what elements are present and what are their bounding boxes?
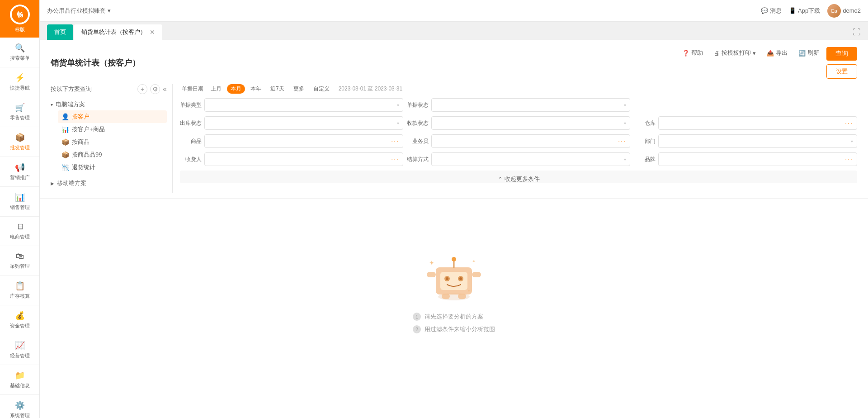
date-tab-custom[interactable]: 自定义 [310,84,333,94]
sidebar-item-basic[interactable]: 📁 基础信息 [0,365,39,395]
date-tab-more[interactable]: 更多 [290,84,308,94]
sidebar-item-label: 零售管理 [10,114,30,121]
warehouse-input[interactable]: ··· [658,116,857,130]
salesperson-label: 业务员 [407,138,429,145]
chevron-down-icon4: ▾ [624,121,626,126]
tabbar: 首页 销货单统计表（按客户） ✕ ⛶ [40,22,868,40]
page-title: 销货单统计表（按客户） [51,57,140,68]
chevron-down-icon6: ▾ [624,157,626,162]
export-btn[interactable]: 📤 导出 [763,47,791,59]
operations-icon: 📈 [15,341,25,351]
message-btn[interactable]: 💬 消息 [761,7,782,15]
group-mobile-label: 移动端方案 [57,179,86,187]
sidebar-item-inventory[interactable]: 📋 库存核算 [0,276,39,305]
goods-input[interactable]: ··· [204,134,403,148]
sidebar-item-label: 经营管理 [10,352,30,359]
filter-section: 按以下方案查询 + ⚙ « ▾ 电脑端方案 [40,79,868,199]
sales-icon: 📊 [15,192,25,202]
topbar-dropdown[interactable]: 办公用品行业模拟账套 ▾ [47,7,111,15]
logo-icon: 畅 [10,5,30,24]
content: 销货单统计表（按客户） ❓ 帮助 🖨 按模板打印 ▾ 📤 导出 🔄 刷新 [40,40,868,418]
scheme-items-desktop: 👤 按客户 📊 按客户+商品 📦 按商品 [51,110,167,174]
help-btn[interactable]: ❓ 帮助 [679,47,707,59]
scheme-item-label: 按客户+商品 [72,125,105,133]
out-status-input[interactable]: ▾ [204,116,403,130]
refresh-btn[interactable]: 🔄 刷新 [795,47,823,59]
expand-icon[interactable]: ⛶ [853,28,861,40]
sidebar-item-label: 营销推广 [10,174,30,181]
scheme-title: 按以下方案查询 [51,85,92,93]
goods-label: 商品 [180,138,202,145]
download-icon: 📱 [789,7,796,14]
avatar-text: Ea [831,8,837,14]
sidebar-item-purchase[interactable]: 🛍 采购管理 [0,246,39,276]
app-download-btn[interactable]: 📱 App下载 [789,7,820,15]
sidebar-item-finance[interactable]: 💰 资金管理 [0,305,39,335]
sidebar-item-wholesale[interactable]: 📦 批发管理 [0,127,39,157]
logo-area[interactable]: 畅 标版 [0,0,39,38]
date-tab-last-month[interactable]: 上月 [207,84,225,94]
sidebar-item-marketing[interactable]: 📢 营销推广 [0,157,39,187]
scheme-panel: 按以下方案查询 + ⚙ « ▾ 电脑端方案 [51,84,173,193]
scheme-item-by-customer[interactable]: 👤 按客户 [58,110,167,123]
payment-status-input[interactable]: ▾ [431,116,630,130]
print-label: 按模板打印 [722,49,751,57]
sidebar-item-retail[interactable]: 🛒 零售管理 [0,97,39,127]
print-icon: 🖨 [714,50,720,57]
sidebar-item-quick-nav[interactable]: ⚡ 快捷导航 [0,67,39,97]
settings-scheme-btn[interactable]: ⚙ [150,84,160,94]
tab-sales-report[interactable]: 销货单统计表（按客户） ✕ [74,24,162,40]
svg-rect-14 [458,294,466,299]
settings-button[interactable]: 设置 [826,64,857,79]
export-icon: 📤 [767,50,774,57]
goods-99-icon: 📦 [61,151,69,158]
field-salesperson: 业务员 ··· [407,134,630,148]
help-label: 帮助 [691,49,703,57]
svg-point-8 [459,277,462,280]
scheme-group-desktop-title[interactable]: ▾ 电脑端方案 [51,99,167,110]
scheme-group-mobile-title[interactable]: ▶ 移动端方案 [51,177,167,189]
scheme-item-by-goods-99[interactable]: 📦 按商品品99 [58,148,167,161]
finance-icon: 💰 [15,311,25,321]
print-btn[interactable]: 🖨 按模板打印 ▾ [710,47,760,59]
query-button[interactable]: 查询 [826,47,857,61]
recipient-input[interactable]: ··· [204,152,403,166]
date-tab-this-month[interactable]: 本月 [227,84,245,94]
department-input[interactable]: ▾ [658,134,857,148]
sidebar-item-ecommerce[interactable]: 🖥 电商管理 [0,217,39,246]
salesperson-input[interactable]: ··· [431,134,630,148]
empty-state: ✦ ✦ ✦ 1 请先选择要分析的方案 2 用过滤条件来缩小分析范围 [413,245,495,333]
close-icon[interactable]: ✕ [150,29,155,35]
scheme-item-return-stats[interactable]: 📉 退货统计 [58,161,167,174]
marketing-icon: 📢 [15,162,25,172]
user-area[interactable]: Ea demo2 [827,4,861,18]
doc-type-input[interactable]: ▾ [204,98,403,112]
sidebar-item-operations[interactable]: 📈 经营管理 [0,335,39,365]
salesperson-more-icon: ··· [618,138,626,145]
svg-text:✦: ✦ [429,259,434,266]
scheme-item-by-goods[interactable]: 📦 按商品 [58,136,167,148]
page-header: 销货单统计表（按客户） ❓ 帮助 🖨 按模板打印 ▾ 📤 导出 🔄 刷新 [40,40,868,79]
collapse-bar[interactable]: ⌃ 收起更多条件 [180,171,857,183]
chevron-down-icon3: ▾ [397,121,399,126]
main-area: 办公用品行业模拟账套 ▾ 💬 消息 📱 App下载 Ea demo2 首页 [40,0,868,418]
brand-more-icon: ··· [845,156,853,163]
payment-method-input[interactable]: ▾ [431,152,630,166]
chevron-down-icon5: ▾ [851,139,853,144]
ecommerce-icon: 🖥 [16,222,24,232]
chevron-down-icon: ▾ [397,103,399,108]
maximize-icon[interactable]: ⛶ [853,28,861,37]
sidebar-item-search[interactable]: 🔍 搜索菜单 [0,38,39,67]
tab-home[interactable]: 首页 [47,24,73,40]
svg-rect-12 [472,272,481,277]
collapse-scheme-btn[interactable]: « [163,85,167,93]
date-tab-last-7[interactable]: 近7天 [267,84,288,94]
doc-status-input[interactable]: ▾ [431,98,630,112]
brand-input[interactable]: ··· [658,152,857,166]
date-tab-this-year[interactable]: 本年 [247,84,265,94]
scheme-item-by-customer-goods[interactable]: 📊 按客户+商品 [58,123,167,136]
add-scheme-btn[interactable]: + [137,84,147,94]
sidebar-item-sales[interactable]: 📊 销售管理 [0,187,39,217]
sidebar-item-system[interactable]: ⚙️ 系统管理 [0,395,39,418]
query-settings-group: 查询 设置 [826,47,857,79]
